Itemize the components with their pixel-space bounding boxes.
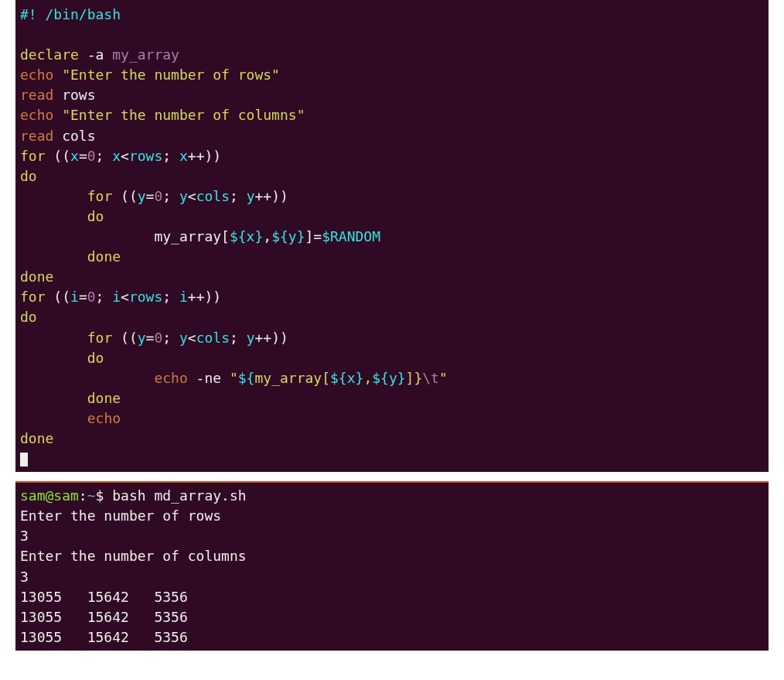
done-keyword: done — [87, 248, 121, 265]
done-keyword: done — [87, 390, 121, 406]
array-assignment: my_array[ — [154, 228, 230, 244]
echo-keyword: echo — [154, 370, 187, 386]
cursor-icon — [20, 453, 28, 466]
command-text: bash md_array.sh — [112, 487, 246, 504]
echo-keyword: echo — [20, 67, 53, 83]
echo-keyword: echo — [87, 410, 121, 426]
read-keyword: read — [20, 128, 53, 144]
do-keyword: do — [87, 350, 104, 366]
echo-keyword: echo — [20, 107, 53, 123]
do-keyword: do — [20, 168, 37, 184]
script-editor-terminal[interactable]: #! /bin/bash declare -a my_array echo "E… — [15, 0, 769, 472]
output-line: Enter the number of columns — [20, 548, 247, 564]
output-line: 3 — [20, 569, 29, 585]
output-line: Enter the number of rows — [20, 507, 221, 524]
output-row: 13055 15642 5356 — [20, 629, 188, 645]
for-keyword: for — [20, 148, 46, 164]
for-keyword: for — [20, 289, 46, 305]
read-keyword: read — [20, 87, 53, 103]
for-keyword: for — [87, 330, 113, 346]
output-row: 13055 15642 5356 — [20, 609, 188, 625]
done-keyword: done — [20, 268, 53, 285]
prompt-path: ~ — [87, 487, 96, 504]
do-keyword: do — [87, 208, 104, 224]
done-keyword: done — [20, 430, 53, 446]
output-line: 3 — [20, 528, 29, 544]
shell-output-terminal[interactable]: sam@sam:~$ bash md_array.sh Enter the nu… — [15, 481, 769, 651]
do-keyword: do — [20, 309, 37, 325]
for-keyword: for — [87, 188, 113, 204]
shebang-line: #! /bin/bash — [20, 6, 121, 22]
declare-keyword: declare — [20, 46, 79, 63]
output-row: 13055 15642 5356 — [20, 589, 188, 605]
prompt-user: sam@sam — [20, 487, 79, 504]
